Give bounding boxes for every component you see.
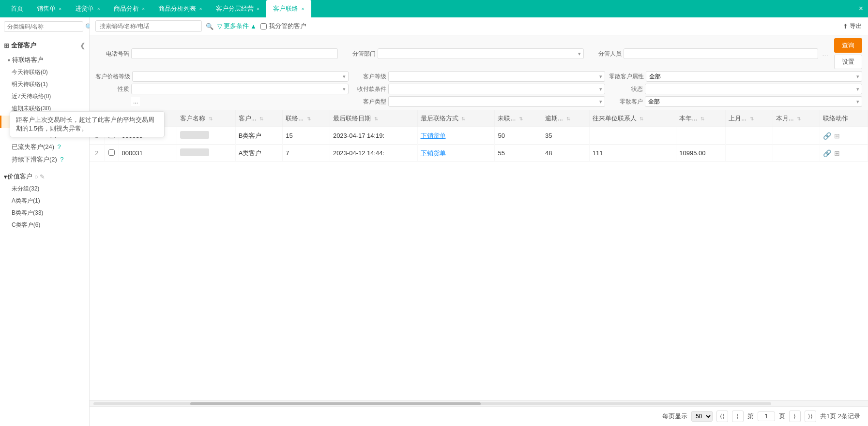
row1-grid-icon[interactable]: ⊞ [834, 132, 840, 140]
close-all-tabs-button[interactable]: × [859, 4, 863, 13]
nav-purchase-close[interactable]: × [97, 6, 100, 12]
sidebar-ungrouped[interactable]: 未分组(32) [0, 183, 89, 195]
row2-contact-person: 111 [589, 145, 676, 162]
row2-checkbox[interactable] [108, 149, 115, 156]
row2-code: 000031 [119, 145, 177, 162]
more-filter-button[interactable]: ... [131, 97, 140, 106]
scroll-thumb[interactable] [190, 402, 481, 405]
first-page-button[interactable]: ⟨⟨ [716, 411, 728, 422]
sort-overdue-icon[interactable]: ⇅ [566, 116, 570, 121]
total-pages-label: 共1页 2条记录 [820, 412, 860, 421]
sidebar-search-input[interactable] [4, 21, 83, 32]
retail-attr-select[interactable]: 全部 [646, 71, 862, 82]
more-conditions-button[interactable]: ▽ 更多条件 ▲ [217, 22, 257, 30]
row2-method-link[interactable]: 下销货单 [421, 149, 446, 157]
prev-page-button[interactable]: ⟨ [732, 411, 744, 422]
nav-customer-contact-close[interactable]: × [301, 6, 304, 12]
sidebar-today-pending[interactable]: 今天待联络(0) [0, 66, 89, 78]
customer-grade-select[interactable] [388, 71, 606, 82]
nav-customer-tier-close[interactable]: × [257, 6, 259, 12]
table-row: 2 000031 A类客户 7 2023-04-12 14:44: 下销货单 [90, 145, 868, 162]
table-scrollbar[interactable] [90, 400, 868, 406]
nav-home[interactable]: 首页 [4, 0, 30, 17]
retail-customer-select[interactable]: 全部 [645, 96, 862, 107]
sort-year-icon[interactable]: ⇅ [700, 116, 704, 121]
filter-payment-field: 收付款条件 [352, 84, 606, 94]
th-customer-type: 客户... ⇅ [235, 110, 283, 127]
page-unit-label: 页 [779, 412, 785, 421]
nav-product-analysis-close[interactable]: × [142, 6, 145, 12]
dept-select[interactable] [378, 48, 584, 59]
row2-grid-icon[interactable]: ⊞ [834, 149, 840, 157]
row1-type: B类客户 [235, 127, 283, 145]
query-button[interactable]: 查询 [834, 38, 862, 53]
sort-type-icon[interactable]: ⇅ [259, 116, 263, 121]
row2-link-icon[interactable]: 🔗 [823, 149, 831, 157]
staff-more-icon[interactable]: … [820, 50, 830, 58]
sidebar-continue-drop[interactable]: 持续下滑客户(2) ? [0, 153, 89, 166]
filter-staff-field: 分管人员 … [588, 48, 830, 59]
sidebar-7day-pending[interactable]: 近7天待联络(0) [0, 90, 89, 103]
filter-customer-type-field: 客户类型 [352, 96, 606, 107]
my-customers-checkbox[interactable] [260, 23, 267, 29]
sort-unlink-icon[interactable]: ⇅ [519, 116, 523, 121]
sidebar-edit-icon[interactable]: ○ ✎ [34, 173, 45, 180]
nav-product-list-close[interactable]: × [199, 6, 202, 12]
sort-thismonth-icon[interactable]: ⇅ [797, 116, 801, 121]
price-grade-select[interactable] [132, 71, 349, 82]
nav-purchase[interactable]: 进货单 × [68, 0, 107, 17]
retail-attr-label: 零散客户属性 [609, 73, 644, 81]
sort-person-icon[interactable]: ⇅ [640, 116, 643, 121]
row2-contact-count: 7 [283, 145, 330, 162]
table-row: 1 000039 B类客户 15 2023-04-17 14:19: 下销货单 [90, 127, 868, 145]
main-search-input[interactable] [95, 20, 202, 32]
sidebar-pending-title[interactable]: ▾ 待联络客户 [0, 54, 89, 66]
nav-product-analysis[interactable]: 商品分析 × [107, 0, 152, 17]
settings-button[interactable]: 设置 [834, 55, 862, 69]
nav-customer-contact[interactable]: 客户联络 × [266, 0, 311, 17]
payment-select[interactable] [388, 84, 606, 94]
phone-input[interactable] [131, 48, 338, 59]
sort-contact-icon[interactable]: ⇅ [307, 116, 311, 121]
phone-label: 电话号码 [95, 50, 129, 58]
sidebar-group-c[interactable]: C类客户(6) [0, 219, 89, 231]
row1-link-icon[interactable]: 🔗 [823, 132, 831, 140]
sidebar-group-a[interactable]: A类客户(1) [0, 195, 89, 207]
export-button[interactable]: ⬆ 导出 [843, 22, 862, 30]
sort-method-icon[interactable]: ⇅ [461, 116, 465, 121]
sidebar-valuable-customers-group[interactable]: ▾ 价值客户 ○ ✎ [0, 170, 89, 183]
sort-name-icon[interactable]: ⇅ [209, 116, 213, 121]
status-select[interactable] [645, 84, 862, 94]
staff-input[interactable] [624, 48, 818, 59]
export-icon: ⬆ [843, 23, 848, 30]
row2-this-month [773, 145, 820, 162]
sidebar-collapse-icon[interactable]: ❮ [80, 42, 85, 49]
per-page-select[interactable]: 50 [691, 411, 713, 422]
sidebar-all-customers[interactable]: ⊞ 全部客户 ❮ [0, 38, 89, 53]
row2-last-date: 2023-04-12 14:44: [330, 145, 417, 162]
sidebar-already-lost[interactable]: 已流失客户(24) ? [0, 141, 89, 153]
nav-sales[interactable]: 销售单 × [30, 0, 68, 17]
th-last-contact-date: 最后联络日期 ⇅ [330, 110, 417, 127]
nav-customer-tier[interactable]: 客户分层经营 × [209, 0, 266, 17]
sidebar-group-b[interactable]: B类客户(33) [0, 207, 89, 219]
sort-lastmonth-icon[interactable]: ⇅ [750, 116, 754, 121]
action-buttons: 查询 设置 [834, 38, 862, 69]
nav-product-list[interactable]: 商品分析列表 × [152, 0, 209, 17]
row1-method-link[interactable]: 下销货单 [421, 132, 446, 139]
th-this-year: 本年... ⇅ [676, 110, 726, 127]
status-select-wrap [645, 84, 862, 94]
nav-sales-close[interactable]: × [59, 6, 61, 12]
last-page-button[interactable]: ⟩⟩ [805, 411, 816, 422]
row1-actions: 🔗 ⊞ [820, 127, 868, 145]
continue-drop-help-icon: ? [60, 156, 63, 163]
next-page-button[interactable]: ⟩ [789, 411, 801, 422]
sort-date-icon[interactable]: ⇅ [374, 116, 378, 121]
sidebar-tomorrow-pending[interactable]: 明天待联络(1) [0, 78, 89, 90]
gender-select[interactable] [131, 84, 349, 94]
my-customers-label: 我分管的客户 [269, 22, 306, 30]
main-search-icon[interactable]: 🔍 [206, 23, 213, 30]
row2-last-method: 下销货单 [417, 145, 495, 162]
customer-type-select[interactable] [388, 96, 606, 107]
page-number-input[interactable] [758, 411, 775, 421]
